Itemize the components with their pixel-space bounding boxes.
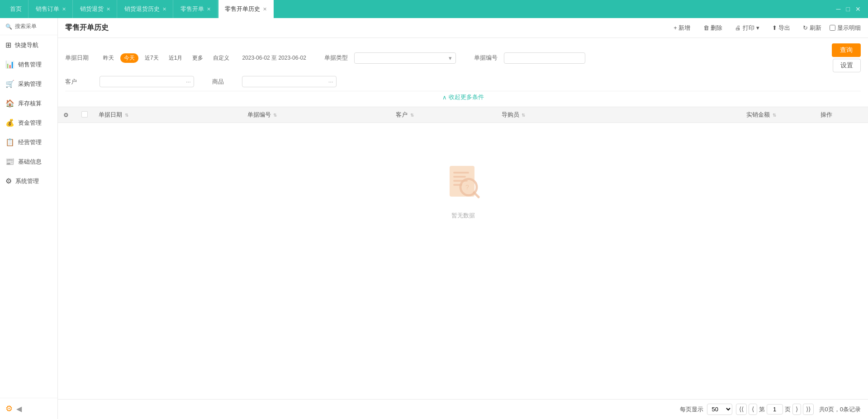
tab-item-2[interactable]: 销货退货✕ (74, 0, 117, 18)
table-check-col (76, 107, 93, 123)
customer-dots-icon[interactable]: ··· (183, 76, 194, 87)
minimize-btn[interactable]: ─ (836, 5, 841, 13)
goods-dots-icon[interactable]: ··· (326, 76, 336, 87)
sidebar-label-1: 销售管理 (18, 61, 42, 69)
sidebar-icon-7: ⚙ (5, 177, 12, 185)
sidebar: 🔍 搜索采单 ⊞快捷导航📊销售管理🛒采购管理🏠库存核算💰资金管理📋经营管理📰基础… (0, 18, 58, 419)
col-billno[interactable]: 单据编号 ⇅ (242, 107, 391, 123)
tab-bar: 首页销售订单✕销货退货✕销货退货历史✕零售开单✕零售开单历史✕ ─ □ ✕ (0, 0, 868, 18)
next-page-btn[interactable]: ⟩ (792, 404, 801, 415)
sidebar-search-label: 搜索采单 (15, 23, 37, 30)
empty-state: ? 暂无数据 (58, 123, 868, 256)
query-button[interactable]: 查询 (832, 43, 861, 57)
svg-line-7 (474, 193, 479, 197)
tab-list: 首页销售订单✕销货退货✕销货退货历史✕零售开单✕零售开单历史✕ (4, 0, 274, 18)
page-number-input[interactable] (767, 404, 783, 414)
sort-customer-icon: ⇅ (410, 113, 414, 118)
customer-input-wrap[interactable]: ··· (100, 76, 194, 87)
col-amount[interactable]: 实销金额 ⇅ (623, 107, 785, 123)
sidebar-collapse-icon[interactable]: ◀ (16, 405, 22, 413)
goods-input[interactable] (242, 76, 326, 87)
sidebar-item-2[interactable]: 🛒采购管理 (0, 74, 57, 94)
date-opt-4[interactable]: 更多 (189, 53, 207, 63)
export-button[interactable]: ⬆ 导出 (768, 22, 795, 34)
sidebar-search[interactable]: 🔍 搜索采单 (0, 18, 57, 35)
sidebar-label-5: 经营管理 (18, 138, 42, 146)
sidebar-bottom: ⚙ ◀ (0, 398, 57, 419)
window-controls: ─ □ ✕ (836, 5, 864, 13)
sidebar-item-3[interactable]: 🏠库存核算 (0, 94, 57, 113)
prev-page-btn[interactable]: ⟨ (749, 404, 757, 415)
date-opt-2[interactable]: 近7天 (141, 53, 162, 63)
sidebar-item-4[interactable]: 💰资金管理 (0, 113, 57, 132)
sidebar-label-2: 采购管理 (18, 80, 42, 88)
tab-close-3[interactable]: ✕ (162, 6, 166, 12)
tab-close-4[interactable]: ✕ (207, 6, 211, 12)
per-page-select[interactable]: 10 20 50 100 (707, 404, 732, 415)
tab-label-3: 销货退货历史 (124, 5, 160, 13)
tab-close-2[interactable]: ✕ (106, 6, 110, 12)
date-opt-5[interactable]: 自定义 (209, 53, 233, 63)
bill-type-select[interactable]: ▾ (354, 52, 456, 64)
col-date[interactable]: 单据日期 ⇅ (93, 107, 242, 123)
bill-no-input[interactable] (504, 52, 585, 64)
maximize-btn[interactable]: □ (846, 5, 850, 13)
filter-row-1: 单据日期 昨天今天近7天近1月更多自定义 2023-06-02 至 2023-0… (65, 43, 861, 72)
last-page-btn[interactable]: ⟩⟩ (803, 404, 814, 415)
print-button[interactable]: 🖨 打印 ▾ (730, 22, 764, 34)
customer-label: 客户 (65, 78, 92, 86)
date-opt-3[interactable]: 近1月 (165, 53, 186, 63)
sidebar-item-6[interactable]: 📰基础信息 (0, 152, 57, 171)
data-table: ⚙ 单据日期 ⇅ 单据编号 ⇅ 客户 ⇅ 导购员 ⇅ 实销金额 ⇅ 操作 (58, 107, 868, 123)
empty-text: 暂无数据 (451, 212, 475, 220)
bill-no-group: 单据编号 (474, 52, 585, 64)
sidebar-item-7[interactable]: ⚙系统管理 (0, 171, 57, 191)
col-customer[interactable]: 客户 ⇅ (390, 107, 496, 123)
tab-item-1[interactable]: 销售订单✕ (29, 0, 73, 18)
tab-item-5[interactable]: 零售开单历史✕ (218, 0, 274, 18)
display-detail-checkbox[interactable] (830, 25, 835, 31)
tab-label-4: 零售开单 (180, 5, 204, 13)
tab-item-0[interactable]: 首页 (4, 0, 28, 18)
display-detail-checkbox-label: 显示明细 (830, 24, 861, 32)
tab-item-4[interactable]: 零售开单✕ (174, 0, 218, 18)
per-page-label: 每页显示 (680, 405, 703, 414)
date-opt-1[interactable]: 今天 (120, 53, 138, 63)
col-salesperson[interactable]: 导购员 ⇅ (496, 107, 623, 123)
bill-type-input[interactable] (355, 53, 445, 63)
sidebar-icon-2: 🛒 (5, 80, 14, 88)
total-info: 共0页，0条记录 (819, 405, 861, 414)
tab-label-1: 销售订单 (36, 5, 59, 13)
goods-input-wrap[interactable]: ··· (242, 76, 337, 87)
page-title: 零售开单历史 (65, 23, 109, 33)
add-button[interactable]: + 新增 (669, 22, 695, 34)
tab-close-5[interactable]: ✕ (263, 6, 267, 12)
delete-button[interactable]: 🗑 删除 (699, 22, 727, 34)
table-area: ⚙ 单据日期 ⇅ 单据编号 ⇅ 客户 ⇅ 导购员 ⇅ 实销金额 ⇅ 操作 (58, 107, 868, 399)
sidebar-item-5[interactable]: 📋经营管理 (0, 132, 57, 152)
refresh-button[interactable]: ↻ 刷新 (798, 22, 826, 34)
sidebar-item-0[interactable]: ⊞快捷导航 (0, 35, 57, 55)
sidebar-icon-3: 🏠 (5, 99, 14, 108)
sidebar-gear-icon[interactable]: ⚙ (5, 404, 13, 414)
bill-type-label: 单据类型 (324, 54, 351, 62)
content-area: 零售开单历史 + 新增 🗑 删除 🖨 打印 ▾ ⬆ 导出 ↻ 刷新 (58, 18, 868, 419)
sidebar-item-1[interactable]: 📊销售管理 (0, 55, 57, 74)
table-setting-col[interactable]: ⚙ (58, 107, 76, 123)
first-page-btn[interactable]: ⟨⟨ (736, 404, 747, 415)
date-opt-0[interactable]: 昨天 (100, 53, 118, 63)
customer-input[interactable] (100, 76, 183, 87)
select-all-checkbox[interactable] (81, 111, 88, 118)
bill-no-label: 单据编号 (474, 54, 501, 62)
close-btn[interactable]: ✕ (855, 5, 861, 13)
sidebar-icon-0: ⊞ (5, 41, 11, 49)
settings-button[interactable]: 设置 (833, 59, 861, 72)
date-range-text: 2023-06-02 至 2023-06-02 (242, 54, 306, 62)
tab-label-2: 销货退货 (80, 5, 104, 13)
sidebar-icon-4: 💰 (5, 118, 14, 127)
tab-item-3[interactable]: 销货退货历史✕ (118, 0, 173, 18)
collapse-more-btn[interactable]: ∧ 收起更多条件 (65, 91, 861, 103)
sidebar-label-7: 系统管理 (15, 177, 39, 185)
svg-rect-2 (453, 176, 466, 178)
tab-close-1[interactable]: ✕ (62, 6, 66, 12)
